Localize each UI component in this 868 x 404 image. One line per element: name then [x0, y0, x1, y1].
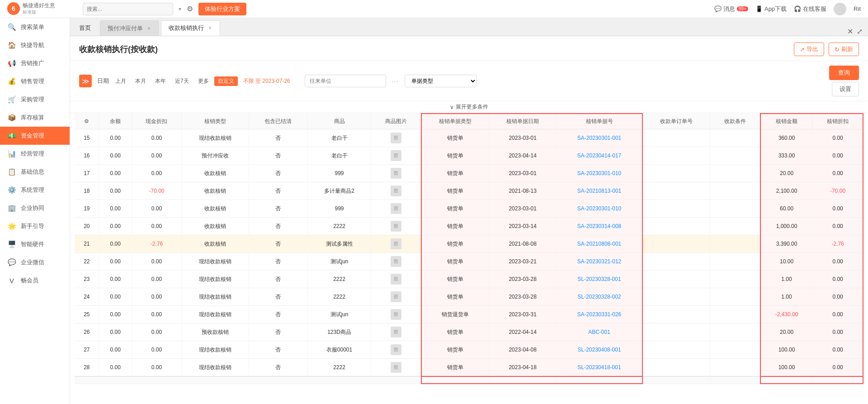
row-cancel-bill-date: 2021-08-08: [489, 235, 557, 253]
row-cancel-type: 现结收款核销: [182, 288, 249, 306]
row-receipt-condition: [710, 235, 760, 253]
cancel-bill-link[interactable]: SL-20230328-001: [578, 276, 621, 282]
row-cancel-bill-type: 销货单: [421, 218, 489, 235]
date-tab-this-year[interactable]: 本年: [151, 76, 170, 86]
online-service-item[interactable]: 🎧 在线客服: [794, 5, 826, 13]
row-cancel-discount: 0.00: [813, 253, 863, 271]
sidebar-item-marketing[interactable]: 📢营销推广: [0, 54, 70, 72]
sidebar-item-fund[interactable]: 💵资金管理: [0, 127, 70, 145]
footer-cancel-bill-no: [557, 376, 642, 384]
cancel-bill-link[interactable]: ABC-001: [588, 329, 610, 335]
sidebar-item-enterprise[interactable]: 🏢企业协同: [0, 199, 70, 217]
row-include-settled: 否: [249, 235, 308, 253]
cancel-bill-link[interactable]: SA-20210813-001: [577, 188, 621, 194]
table-body: 15 0.00 0.00 现结收款核销 否 老白干 图 销货单 2023-03-…: [75, 129, 863, 377]
cancel-bill-link[interactable]: SA-20230301-001: [577, 135, 621, 141]
row-receipt-order-no: [642, 235, 710, 253]
sidebar-item-wechat[interactable]: 💬企业微信: [0, 253, 70, 271]
row-balance: 0.00: [99, 341, 132, 359]
cancel-bill-link[interactable]: SA-20210808-001: [577, 241, 621, 247]
cancel-bill-link[interactable]: SL-20230328-002: [578, 294, 621, 300]
row-receipt-condition: [710, 341, 760, 359]
logo-area: 6 畅捷通好生意 标准版: [7, 2, 77, 15]
tab-prepay-close[interactable]: ×: [146, 24, 151, 33]
table-area[interactable]: ⚙ 余额 现金折扣 核销类型 包含已结清 商品 商品图片 核销单据类型 核销单据…: [70, 113, 868, 404]
row-cancel-discount: -70.00: [813, 182, 863, 200]
expand-more-button[interactable]: ∨ 展开更多条件: [450, 103, 488, 111]
row-cancel-bill-date: 2023-04-14: [489, 147, 557, 165]
tab-home-label: 首页: [79, 24, 91, 32]
cancel-bill-link[interactable]: SA-20230301-010: [577, 170, 621, 176]
cancel-bill-link[interactable]: SA-20230321-012: [577, 258, 621, 265]
app-download-item[interactable]: 📱 App下载: [755, 5, 787, 13]
messages-label: 消息: [723, 5, 735, 13]
date-tab-7days[interactable]: 近7天: [171, 76, 193, 86]
settings-gear-icon[interactable]: ⚙: [187, 5, 193, 13]
sidebar-item-hardware[interactable]: 🖥️智能硬件: [0, 235, 70, 253]
table-row: 16 0.00 0.00 预付冲应收 否 老白干 图 销货单 2023-04-1…: [75, 147, 863, 165]
collapse-button[interactable]: ≫: [79, 75, 92, 87]
export-button[interactable]: ↗ 导出: [794, 43, 824, 56]
tab-receipt-close[interactable]: ×: [208, 24, 212, 32]
sidebar-item-quicknav[interactable]: 🏠快捷导航: [0, 36, 70, 54]
row-cancel-bill-date: 2022-04-14: [489, 323, 557, 341]
sidebar-item-member[interactable]: V畅会员: [0, 271, 70, 290]
sidebar-hardware-icon: 🖥️: [7, 240, 16, 249]
date-tab-last-month[interactable]: 上月: [112, 76, 130, 86]
messages-item[interactable]: 💬 消息 99+: [714, 5, 748, 13]
cancel-bill-link[interactable]: SL-20230418-001: [578, 364, 621, 371]
sidebar-marketing-label: 营销推广: [21, 59, 44, 67]
tabs-right-area: ✕ ⤢: [847, 27, 868, 36]
row-cancel-bill-type: 销货单: [421, 323, 489, 341]
row-cancel-amount: 1.00: [760, 271, 813, 288]
tab-home[interactable]: 首页: [72, 20, 98, 36]
sidebar-item-purchase[interactable]: 🛒采购管理: [0, 90, 70, 109]
sidebar-item-operations[interactable]: 📊经营管理: [0, 145, 70, 163]
row-cancel-amount: 2,100.00: [760, 182, 813, 200]
cancel-bill-link[interactable]: SA-20230331-026: [577, 311, 621, 318]
row-include-settled: 否: [249, 147, 308, 165]
top-search-input[interactable]: [83, 3, 173, 15]
counterpart-input[interactable]: [305, 75, 386, 87]
user-avatar[interactable]: [834, 3, 846, 15]
row-cancel-type: 现结收款核销: [182, 271, 249, 288]
goods-image-cell: 图: [371, 200, 421, 218]
cancel-bill-link[interactable]: SA-20230301-010: [577, 205, 621, 212]
row-cancel-bill-date: 2023-03-01: [489, 200, 557, 218]
date-tab-more[interactable]: 更多: [194, 76, 212, 86]
row-cancel-amount: 60.00: [760, 200, 813, 218]
row-include-settled: 否: [249, 165, 308, 182]
sidebar-item-inventory[interactable]: 📦库存核算: [0, 109, 70, 127]
query-button[interactable]: 查询: [829, 66, 859, 80]
industry-button[interactable]: 体验行业方案: [198, 3, 246, 15]
date-tab-custom[interactable]: 自定义: [214, 76, 238, 86]
sidebar-item-guide[interactable]: 🌟新手引导: [0, 217, 70, 235]
sidebar-item-sales[interactable]: 💰销售管理: [0, 72, 70, 90]
row-cancel-discount: 0.00: [813, 271, 863, 288]
maximize-icon[interactable]: ⤢: [857, 27, 863, 36]
sidebar-item-system[interactable]: ⚙️系统管理: [0, 181, 70, 199]
th-settings[interactable]: ⚙: [75, 114, 99, 129]
dropdown-arrow-icon[interactable]: ▾: [179, 6, 181, 12]
sidebar-item-search[interactable]: 🔍搜索菜单: [0, 18, 70, 36]
refresh-button[interactable]: ↻ 刷新: [829, 43, 859, 56]
message-icon: 💬: [714, 5, 722, 12]
cancel-bill-link[interactable]: SA-20230314-008: [577, 223, 621, 229]
row-balance: 0.00: [99, 147, 132, 165]
date-tab-this-month[interactable]: 本月: [132, 76, 150, 86]
cancel-bill-link[interactable]: SL-20230408-001: [578, 347, 621, 353]
row-cancel-bill-type: 销货单: [421, 165, 489, 182]
sidebar-item-base[interactable]: 📋基础信息: [0, 163, 70, 181]
bill-type-select[interactable]: 单据类型: [405, 75, 477, 87]
table-row: 25 0.00 0.00 现结收款核销 否 测试jun 图 销货退货单 2023…: [75, 306, 863, 323]
tab-prepay[interactable]: 预付冲应付单 ×: [100, 20, 159, 36]
cancel-bill-link[interactable]: SA-20230414-017: [577, 152, 621, 159]
goods-image-cell: 图: [371, 288, 421, 306]
goods-image-cell: 图: [371, 341, 421, 359]
close-window-icon[interactable]: ✕: [847, 27, 853, 36]
row-receipt-order-no: [642, 359, 710, 377]
row-cancel-discount: 0.00: [813, 147, 863, 165]
tab-receipt[interactable]: 收款核销执行 ×: [161, 20, 220, 36]
footer-cancel-bill-date: [489, 376, 557, 384]
filter-settings-button[interactable]: 设置: [832, 82, 859, 96]
